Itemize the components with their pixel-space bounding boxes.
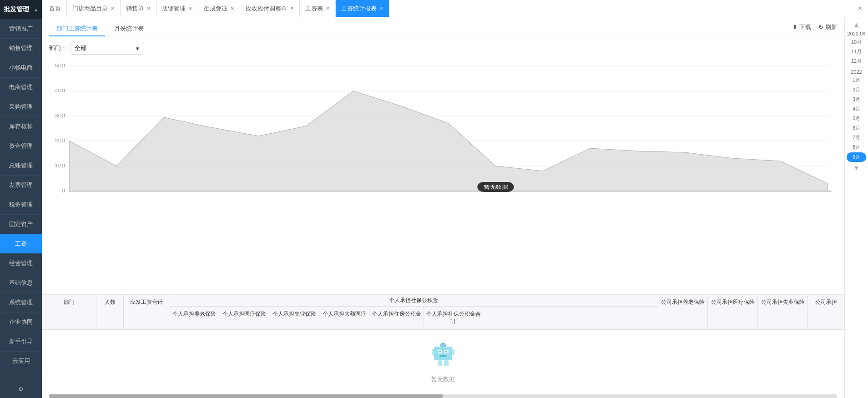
col-personal-unemployment: 个人承担失业保险	[269, 307, 319, 329]
content-wrapper: 部门工资统计表 月份统计表 ⬇ 下载 ↻ 刷新	[42, 17, 868, 398]
timeline-panel: ▲ 2022.09 10月 11月 12月 2022 1月 2月 3月 4月 5…	[844, 17, 868, 398]
timeline-year-label[interactable]: 2022.09	[845, 30, 868, 37]
timeline-month-8[interactable]: 8月	[845, 142, 868, 152]
tab-salary-report[interactable]: 工资统计报表 ✕	[336, 0, 389, 17]
sidebar-item-marketing[interactable]: 营销推广	[0, 19, 42, 39]
timeline-month-5[interactable]: 5月	[845, 114, 868, 123]
tab-close-ar-ap[interactable]: ✕	[290, 5, 294, 11]
timeline-month-9[interactable]: 9月	[847, 152, 866, 162]
sidebar-item-salary[interactable]: 工资	[0, 234, 42, 254]
table-nodata: 暂无数据	[42, 330, 844, 393]
col-personal-medical: 个人承担医疗保险	[219, 307, 269, 329]
timeline-down-arrow[interactable]: ▼	[852, 162, 862, 173]
tab-salary-table[interactable]: 工资表 ✕	[300, 0, 336, 17]
tab-sales[interactable]: 销售单 ✕	[121, 0, 156, 17]
sidebar-item-sales[interactable]: 销售管理	[0, 39, 42, 58]
timeline-up-arrow[interactable]: ▲	[852, 19, 862, 30]
sidebar-item-ledger[interactable]: 总账管理	[0, 156, 42, 176]
content-inner: 部门工资统计表 月份统计表 ⬇ 下载 ↻ 刷新	[42, 17, 844, 398]
col-personal-major-medical: 个人承担大额医疗	[319, 307, 369, 329]
tab-home[interactable]: 首页	[44, 0, 67, 17]
sidebar-item-ecommerce[interactable]: 电商管理	[0, 78, 42, 97]
tab-store-manage[interactable]: 店铺管理 ✕	[156, 0, 198, 17]
timeline-month-4[interactable]: 4月	[845, 104, 868, 114]
tab-close-salary-report[interactable]: ✕	[379, 5, 384, 11]
sidebar-settings-button[interactable]: ⚙	[0, 380, 42, 398]
sub-tabs: 部门工资统计表 月份统计表	[49, 22, 151, 36]
filter-label: 部门：	[49, 44, 67, 52]
svg-text:暂无数据: 暂无数据	[484, 184, 508, 190]
tab-voucher[interactable]: 生成凭证 ✕	[198, 0, 240, 17]
svg-text:400: 400	[55, 88, 65, 93]
svg-text:200: 200	[55, 138, 65, 143]
sidebar-item-guide[interactable]: 新手引导	[0, 332, 42, 352]
content-area: 部门工资统计表 月份统计表 ⬇ 下载 ↻ 刷新	[42, 17, 844, 398]
sidebar-item-cloud[interactable]: 云应用	[0, 352, 42, 371]
sidebar-item-purchase[interactable]: 采购管理	[0, 97, 42, 117]
tab-close-store-manage[interactable]: ✕	[188, 5, 192, 11]
department-select[interactable]: 全部 ▾	[71, 42, 143, 55]
svg-text:300: 300	[55, 113, 65, 118]
sidebar-item-assets[interactable]: 固定资产	[0, 215, 42, 234]
sidebar-item-invoice[interactable]: 发票管理	[0, 176, 42, 195]
svg-text:100: 100	[55, 163, 65, 168]
tab-close-sales[interactable]: ✕	[146, 5, 151, 11]
col-dept: 部门	[42, 295, 96, 329]
svg-rect-18	[439, 355, 447, 357]
timeline-month-10[interactable]: 10月	[845, 37, 868, 47]
tab-ar-ap[interactable]: 应收应付调整单 ✕	[240, 0, 300, 17]
col-group-personal-social: 个人承担社保公积金 个人承担养老保险 个人承担医疗保险 个人承担失业保险	[169, 295, 658, 329]
download-button[interactable]: ⬇ 下载	[792, 23, 811, 31]
timeline-month-7[interactable]: 7月	[845, 133, 868, 142]
sidebar-header[interactable]: 批发管理 ▲	[0, 0, 42, 19]
timeline-month-6[interactable]: 6月	[845, 123, 868, 133]
tab-bar-close-button[interactable]: ✕	[854, 5, 866, 12]
col-company-pension: 公司承担养老保险	[658, 295, 708, 329]
salary-chart: 500 400 300 200 100 0	[49, 64, 837, 200]
sidebar-item-inventory[interactable]: 库存核算	[0, 117, 42, 136]
sidebar-collapse-icon: ▲	[34, 7, 38, 12]
col-count: 人数	[96, 295, 124, 329]
sidebar-item-ecommerce-small[interactable]: 小畅电商	[0, 58, 42, 78]
table-area: 部门 人数 应发工资合计 个人承担社保公积金 个人承担养老保	[42, 294, 844, 394]
sub-tab-bar: 部门工资统计表 月份统计表 ⬇ 下载 ↻ 刷新	[42, 17, 844, 36]
tab-bar: 首页 门店商品目录 ✕ 销售单 ✕ 店铺管理 ✕ 生成凭证 ✕ 应收应付调整单 …	[42, 0, 868, 17]
tab-close-salary-table[interactable]: ✕	[326, 5, 330, 11]
timeline-divider	[848, 67, 865, 67]
subtab-monthly[interactable]: 月份统计表	[107, 22, 151, 36]
sidebar: 批发管理 ▲ 营销推广 销售管理 小畅电商 电商管理 采购管理 库存核算 资金管…	[0, 0, 42, 398]
svg-text:0: 0	[61, 188, 65, 193]
sidebar-item-finance[interactable]: 资金管理	[0, 136, 42, 156]
timeline-month-12[interactable]: 12月	[845, 56, 868, 66]
close-all-icon: ✕	[858, 5, 863, 12]
timeline-month-2[interactable]: 2月	[845, 85, 868, 95]
tab-close-voucher[interactable]: ✕	[230, 5, 234, 11]
svg-point-24	[442, 343, 444, 344]
timeline-month-3[interactable]: 3月	[845, 95, 868, 104]
tab-store-catalog[interactable]: 门店商品目录 ✕	[67, 0, 121, 17]
refresh-icon: ↻	[818, 24, 823, 30]
horizontal-scrollbar[interactable]	[49, 394, 837, 398]
timeline-year-2022[interactable]: 2022	[845, 68, 868, 76]
sidebar-item-tax[interactable]: 税务管理	[0, 195, 42, 215]
svg-rect-22	[444, 360, 449, 366]
sidebar-item-operations[interactable]: 经营管理	[0, 254, 42, 273]
refresh-button[interactable]: ↻ 刷新	[818, 23, 837, 31]
col-total-salary: 应发工资合计	[124, 295, 169, 329]
col-company-medical: 公司承担医疗保险	[708, 295, 758, 329]
sidebar-item-collab[interactable]: 企业协同	[0, 312, 42, 332]
svg-rect-15	[434, 347, 452, 360]
sidebar-item-system[interactable]: 系统管理	[0, 293, 42, 312]
svg-point-26	[445, 351, 447, 353]
col-company-other: 公司承担	[808, 295, 844, 329]
scrollbar-thumb[interactable]	[49, 394, 443, 398]
chevron-down-icon: ▾	[136, 45, 139, 52]
svg-text:500: 500	[55, 64, 65, 69]
timeline-month-1[interactable]: 1月	[845, 76, 868, 85]
timeline-month-11[interactable]: 11月	[845, 47, 868, 56]
tab-close-store-catalog[interactable]: ✕	[111, 5, 115, 11]
svg-rect-19	[432, 349, 434, 355]
subtab-dept-salary[interactable]: 部门工资统计表	[49, 22, 105, 36]
sidebar-item-basic-info[interactable]: 基础信息	[0, 273, 42, 293]
col-personal-pension: 个人承担养老保险	[169, 307, 219, 329]
